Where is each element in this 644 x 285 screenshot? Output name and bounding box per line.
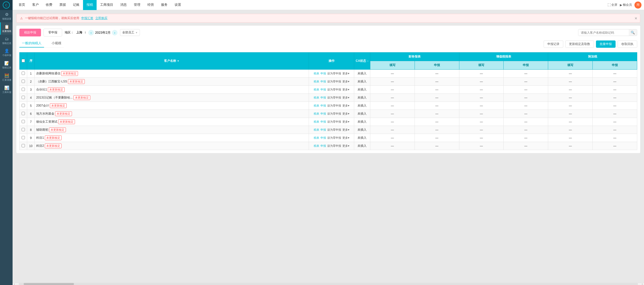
op-declare-6[interactable]: 申报 bbox=[320, 120, 326, 124]
row-check-2[interactable] bbox=[22, 88, 25, 91]
sidebar-item-business-report[interactable]: 📊 工商年报 bbox=[0, 83, 13, 96]
update-quota-button[interactable]: 更新税定及取数 bbox=[565, 40, 594, 48]
op-zero-declare-1[interactable]: 设为零申报 bbox=[327, 80, 341, 83]
op-more-1[interactable]: 更多▾ bbox=[342, 80, 349, 83]
op-declare-8[interactable]: 申报 bbox=[320, 136, 326, 140]
op-tax-form-7[interactable]: 税表 bbox=[314, 128, 319, 132]
fullscreen-button[interactable]: ⛶ 全屏 bbox=[608, 3, 617, 7]
nav-business[interactable]: 工商项目 bbox=[97, 0, 117, 10]
op-declare-0[interactable]: 申报 bbox=[320, 72, 326, 75]
row-checkbox-8[interactable] bbox=[20, 134, 27, 142]
op-tax-form-2[interactable]: 税表 bbox=[314, 88, 319, 91]
op-more-9[interactable]: 更多▾ bbox=[342, 144, 349, 148]
op-tax-form-3[interactable]: 税表 bbox=[314, 96, 319, 100]
op-more-0[interactable]: 更多▾ bbox=[342, 72, 349, 75]
tab-zero-declare[interactable]: 零申报 bbox=[44, 29, 62, 36]
op-more-6[interactable]: 更多▾ bbox=[342, 120, 349, 124]
nav-home[interactable]: 首页 bbox=[15, 0, 29, 10]
op-tax-form-9[interactable]: 税表 bbox=[314, 144, 319, 148]
tab-tax-declare[interactable]: 税款申报 bbox=[19, 29, 41, 36]
app-logo[interactable]: C bbox=[0, 0, 13, 10]
nav-settings[interactable]: 设置 bbox=[171, 0, 185, 10]
th-client-name[interactable]: 客户名称 ▼ bbox=[35, 53, 309, 70]
row-check-3[interactable] bbox=[22, 96, 25, 99]
op-declare-4[interactable]: 申报 bbox=[320, 104, 326, 108]
row-checkbox-9[interactable] bbox=[20, 142, 27, 150]
select-all-checkbox[interactable] bbox=[22, 59, 25, 62]
nav-service[interactable]: 服务 bbox=[157, 0, 171, 10]
op-tax-form-8[interactable]: 税表 bbox=[314, 136, 319, 140]
nav-tax[interactable]: 报税 bbox=[83, 0, 97, 10]
row-check-5[interactable] bbox=[22, 112, 25, 115]
user-avatar[interactable]: 用 bbox=[634, 2, 641, 9]
scroll-right-arrow[interactable]: › bbox=[640, 282, 644, 285]
declare-records-button[interactable]: 申报记录 bbox=[544, 40, 563, 48]
op-more-3[interactable]: 更多▾ bbox=[342, 96, 349, 100]
row-check-6[interactable] bbox=[22, 120, 25, 123]
sidebar-item-calc-clear[interactable]: 🧮 汇算清缴 bbox=[0, 71, 13, 83]
retrieve-back-button[interactable]: 收取回执 bbox=[618, 40, 637, 48]
op-tax-form-0[interactable]: 税表 bbox=[314, 72, 319, 75]
op-zero-declare-3[interactable]: 设为零申报 bbox=[327, 96, 341, 100]
op-tax-form-1[interactable]: 税表 bbox=[314, 80, 319, 83]
scrollbar-thumb[interactable] bbox=[24, 283, 74, 285]
op-zero-declare-5[interactable]: 设为零申报 bbox=[327, 112, 341, 116]
op-declare-1[interactable]: 申报 bbox=[320, 80, 326, 83]
row-check-0[interactable] bbox=[22, 72, 25, 75]
search-input[interactable] bbox=[578, 30, 629, 36]
row-checkbox-4[interactable] bbox=[20, 102, 27, 110]
op-zero-declare-2[interactable]: 设为零申报 bbox=[327, 88, 341, 91]
row-checkbox-7[interactable] bbox=[20, 126, 27, 134]
op-declare-5[interactable]: 申报 bbox=[320, 112, 326, 116]
nav-invoice[interactable]: 票据 bbox=[56, 0, 69, 10]
row-check-8[interactable] bbox=[22, 136, 25, 139]
date-next-button[interactable]: › bbox=[112, 30, 117, 35]
row-checkbox-0[interactable] bbox=[20, 70, 27, 78]
op-zero-declare-0[interactable]: 设为零申报 bbox=[327, 72, 341, 75]
sub-tab-small[interactable]: 小规模 bbox=[49, 39, 64, 48]
row-checkbox-2[interactable] bbox=[20, 86, 27, 94]
op-tax-form-4[interactable]: 税表 bbox=[314, 104, 319, 108]
op-declare-2[interactable]: 申报 bbox=[320, 88, 326, 91]
op-more-4[interactable]: 更多▾ bbox=[342, 104, 349, 108]
row-checkbox-3[interactable] bbox=[20, 94, 27, 102]
search-button[interactable]: 🔍 bbox=[629, 29, 637, 36]
row-checkbox-5[interactable] bbox=[20, 110, 27, 118]
sub-tab-general[interactable]: 一般的纳税人 bbox=[19, 39, 44, 48]
row-check-1[interactable] bbox=[22, 80, 25, 83]
op-declare-7[interactable]: 申报 bbox=[320, 128, 326, 132]
op-more-2[interactable]: 更多▾ bbox=[342, 88, 349, 91]
sidebar-item-batch-tax[interactable]: 📋 批量报税 bbox=[0, 22, 13, 35]
op-more-7[interactable]: 更多▾ bbox=[342, 128, 349, 132]
date-prev-button[interactable]: ‹ bbox=[88, 30, 94, 35]
row-check-7[interactable] bbox=[22, 128, 25, 131]
member-button[interactable]: ▶ 畅会员 bbox=[620, 3, 632, 7]
row-check-9[interactable] bbox=[22, 144, 25, 147]
scroll-left-arrow[interactable]: ‹ bbox=[13, 282, 16, 285]
nav-collection[interactable]: 收费 bbox=[42, 0, 56, 10]
notice-link-buy[interactable]: 立即购买 bbox=[95, 16, 107, 20]
op-declare-9[interactable]: 申报 bbox=[320, 144, 326, 148]
op-zero-declare-8[interactable]: 设为零申报 bbox=[327, 136, 341, 140]
nav-operation[interactable]: 经营 bbox=[144, 0, 157, 10]
nav-customer[interactable]: 客户 bbox=[29, 0, 42, 10]
row-checkbox-6[interactable] bbox=[20, 118, 27, 126]
batch-declare-button[interactable]: 批量申报 bbox=[596, 40, 616, 48]
op-declare-3[interactable]: 申报 bbox=[320, 96, 326, 100]
op-zero-declare-7[interactable]: 设为零申报 bbox=[327, 128, 341, 132]
sidebar-item-tax-settings[interactable]: ⚙ 报税设置 bbox=[0, 10, 13, 22]
op-zero-declare-9[interactable]: 设为零申报 bbox=[327, 144, 341, 148]
horizontal-scrollbar[interactable]: ‹ › bbox=[13, 282, 644, 285]
dept-selector[interactable]: 全部员工 ▼ bbox=[120, 29, 140, 36]
sidebar-item-tax-overview[interactable]: 🗂 报税总览 bbox=[0, 35, 13, 47]
op-zero-declare-4[interactable]: 设为零申报 bbox=[327, 104, 341, 108]
op-tax-form-6[interactable]: 税表 bbox=[314, 120, 319, 124]
sidebar-item-tax-records[interactable]: 📝 报税记录 bbox=[0, 59, 13, 71]
op-more-8[interactable]: 更多▾ bbox=[342, 136, 349, 140]
notice-link-declare[interactable]: 申报汇签 bbox=[81, 16, 93, 20]
nav-management[interactable]: 管理 bbox=[130, 0, 144, 10]
row-check-4[interactable] bbox=[22, 104, 25, 107]
nav-accounting[interactable]: 记账 bbox=[69, 0, 83, 10]
row-checkbox-1[interactable] bbox=[20, 78, 27, 86]
op-zero-declare-6[interactable]: 设为零申报 bbox=[327, 120, 341, 124]
